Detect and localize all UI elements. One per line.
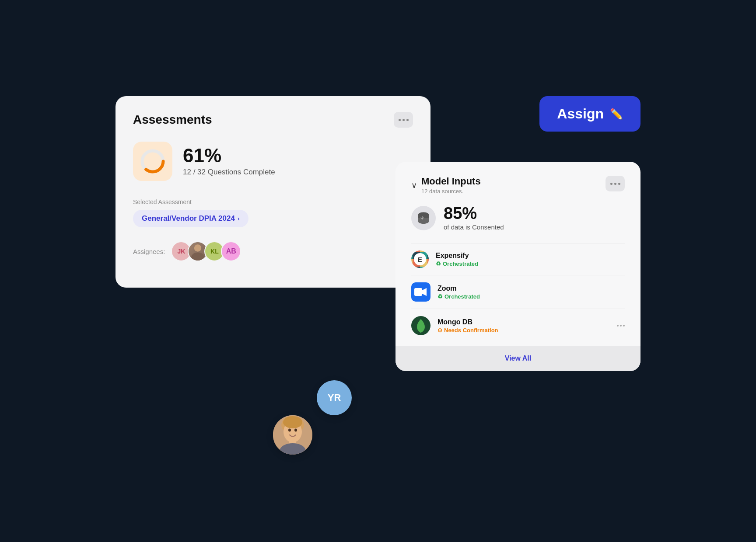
warning-icon: ⊙ bbox=[438, 327, 442, 334]
expensify-status: ♻ Orchestrated bbox=[436, 261, 625, 267]
questions-complete: 12 / 32 Questions Complete bbox=[183, 168, 275, 177]
svg-point-3 bbox=[192, 253, 204, 261]
consent-percent: 85% bbox=[444, 205, 504, 222]
model-inputs-subtitle: 12 data sources. bbox=[421, 188, 481, 195]
chevron-right-icon: › bbox=[238, 215, 240, 222]
view-all-button[interactable]: View All bbox=[396, 346, 640, 371]
svg-rect-13 bbox=[414, 288, 422, 296]
recycle-icon: ♻ bbox=[436, 261, 441, 267]
zoom-icon bbox=[411, 282, 430, 302]
db-icon-wrap bbox=[411, 206, 436, 230]
database-icon bbox=[416, 211, 430, 225]
zoom-camera-icon bbox=[414, 287, 427, 297]
progress-percent: 61% bbox=[183, 146, 275, 165]
avatar-ab: AB bbox=[221, 241, 241, 261]
data-source-list: E Expensify ♻ Orchestrated bbox=[411, 243, 625, 342]
person-photo bbox=[273, 415, 312, 455]
source-mongodb: Mongo DB ⊙ Needs Confirmation bbox=[411, 309, 625, 342]
zoom-name: Zoom bbox=[438, 285, 625, 292]
svg-point-2 bbox=[194, 244, 201, 251]
assignees-label: Assignees: bbox=[133, 248, 165, 255]
assessment-badge[interactable]: General/Vendor DPIA 2024 › bbox=[133, 210, 248, 227]
assessments-menu-button[interactable] bbox=[394, 112, 413, 128]
assign-button[interactable]: Assign ✏️ bbox=[539, 96, 640, 132]
donut-chart bbox=[140, 148, 166, 174]
assessment-name: General/Vendor DPIA 2024 bbox=[142, 214, 235, 223]
mongodb-menu-button[interactable] bbox=[617, 325, 625, 327]
model-inputs-card: ∨ Model Inputs 12 data sources. bbox=[396, 162, 640, 371]
assessments-title: Assessments bbox=[133, 113, 212, 127]
model-inputs-header: ∨ Model Inputs 12 data sources. bbox=[411, 176, 625, 195]
avatar-photo-floating bbox=[273, 415, 312, 455]
assessments-card: Assessments 61% 12 / 32 Questions Comple… bbox=[116, 96, 430, 288]
progress-section: 61% 12 / 32 Questions Complete bbox=[133, 142, 413, 181]
assign-label: Assign bbox=[557, 106, 604, 122]
expensify-name: Expensify bbox=[436, 252, 625, 260]
mongodb-name: Mongo DB bbox=[438, 318, 610, 326]
pencil-icon: ✏️ bbox=[610, 108, 623, 120]
source-zoom: Zoom ♻ Orchestrated bbox=[411, 275, 625, 309]
source-expensify: E Expensify ♻ Orchestrated bbox=[411, 243, 625, 275]
model-inputs-menu-button[interactable] bbox=[606, 176, 625, 191]
svg-point-10 bbox=[294, 429, 297, 432]
recycle-icon-2: ♻ bbox=[438, 293, 443, 300]
avatar-yr: YR bbox=[317, 380, 352, 415]
assessments-card-header: Assessments bbox=[133, 112, 413, 128]
mongodb-icon bbox=[411, 316, 430, 335]
mongodb-status: ⊙ Needs Confirmation bbox=[438, 327, 610, 334]
chevron-down-icon: ∨ bbox=[411, 181, 417, 190]
zoom-status: ♻ Orchestrated bbox=[438, 293, 625, 300]
model-inputs-title: Model Inputs bbox=[421, 176, 481, 187]
consent-label: of data is Consented bbox=[444, 223, 504, 231]
progress-text: 61% 12 / 32 Questions Complete bbox=[183, 146, 275, 177]
selected-label: Selected Assessment bbox=[133, 198, 413, 205]
progress-icon-wrap bbox=[133, 142, 172, 181]
svg-point-11 bbox=[283, 416, 302, 428]
svg-point-9 bbox=[288, 429, 291, 432]
assignees-section: Assignees: JK KL AB bbox=[133, 241, 413, 261]
expensify-icon: E bbox=[411, 250, 429, 268]
consent-section: 85% of data is Consented bbox=[411, 205, 625, 231]
mongodb-leaf-icon bbox=[415, 318, 427, 333]
avatars-group: JK KL AB bbox=[171, 241, 241, 261]
